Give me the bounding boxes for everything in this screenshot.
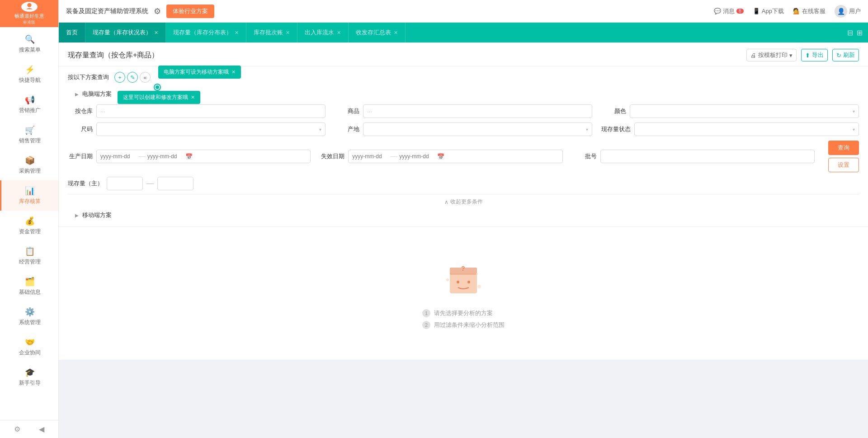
svg-rect-1 [450, 273, 477, 293]
scheme-tooltip-close[interactable]: ✕ [231, 69, 236, 75]
sidebar-nav: 🔍 搜索菜单 ⚡ 快捷导航 📢 营销推广 🛒 销售管理 📦 采购管理 📊 库存核… [0, 27, 58, 420]
online-service-btn[interactable]: 💁 在线客服 [793, 7, 826, 15]
expire-date-to[interactable] [399, 153, 435, 160]
svg-text:?: ? [461, 265, 465, 272]
empty-state: ? 1 请先选择要分析的方案 2 用过滤条件来缩小分析范围 [59, 228, 868, 360]
scheme-mobile-arrow: ▶ [75, 213, 79, 218]
edit-tooltip-close[interactable]: ✕ [191, 94, 195, 100]
sidebar-item-basic[interactable]: 🗂️ 基础信息 [0, 271, 58, 301]
message-label: 消息 [723, 7, 735, 15]
sidebar-item-finance[interactable]: 💰 资金管理 [0, 211, 58, 241]
app-badge: 标准版 [23, 19, 35, 25]
scheme-mobile[interactable]: ▶ 移动端方案 [75, 209, 859, 221]
edit-scheme-btn[interactable]: ✎ [127, 72, 138, 83]
produce-date-sep: — [138, 152, 146, 160]
tab-in-out-flow[interactable]: 出入库流水 ✕ [297, 23, 349, 42]
sidebar-item-search[interactable]: 🔍 搜索菜单 [0, 29, 58, 59]
app-name: 畅通道好生意 [14, 13, 44, 19]
page-header: 现存量查询（按仓库+商品） 🖨 按模板打印 ▾ ⬆ 导出 ↻ 刷新 [59, 42, 868, 66]
produce-date-calendar-icon[interactable]: 📅 [185, 153, 193, 160]
tab-inventory-dist-close[interactable]: ✕ [235, 30, 239, 36]
warehouse-select[interactable]: ··· [96, 104, 326, 118]
add-scheme-btn[interactable]: + [114, 72, 125, 83]
origin-select[interactable]: ▾ [363, 122, 592, 136]
collapse-btn[interactable]: ∧ 收起更多条件 [68, 194, 859, 209]
tab-collect-account-label: 收发存汇总表 [356, 28, 391, 37]
tab-home[interactable]: 首页 [59, 23, 85, 42]
sidebar-label-quick-nav: 快捷导航 [19, 76, 41, 84]
sidebar-item-enterprise[interactable]: 🤝 企业协同 [0, 332, 58, 362]
sidebar-item-sales[interactable]: 🛒 销售管理 [0, 120, 58, 150]
export-icon: ⬆ [805, 52, 810, 59]
size-select[interactable]: ▾ [96, 122, 326, 136]
sidebar-item-quick-nav[interactable]: ⚡ 快捷导航 [0, 59, 58, 89]
reset-button[interactable]: 设置 [828, 158, 859, 172]
size-arrow: ▾ [319, 127, 321, 132]
refresh-button[interactable]: ↻ 刷新 [832, 49, 859, 61]
produce-date-range[interactable]: — 📅 [96, 150, 311, 163]
tab-maximize-icon[interactable]: ⊞ [857, 28, 863, 37]
sidebar-collapse-btn[interactable]: ◀ [39, 425, 44, 433]
empty-illustration: ? [441, 255, 486, 300]
batch-input[interactable] [600, 150, 815, 163]
tab-collect-account-close[interactable]: ✕ [394, 30, 398, 36]
expire-date-calendar-icon[interactable]: 📅 [437, 153, 444, 160]
tab-batch-account[interactable]: 库存批次账 ✕ [246, 23, 297, 42]
sidebar-label-marketing: 营销推广 [19, 107, 41, 114]
trial-button[interactable]: 体验行业方案 [166, 5, 214, 18]
print-icon: 🖨 [750, 52, 756, 59]
filter-row-product: 商品 ··· [335, 104, 592, 118]
expire-date-from[interactable] [352, 153, 388, 160]
edit-tooltip-text: 这里可以创建和修改方案哦 [123, 94, 188, 101]
expire-date-range[interactable]: — 📅 [348, 150, 562, 163]
expire-date-sep: — [390, 152, 397, 160]
tab-minimize-icon[interactable]: ⊟ [847, 28, 853, 37]
sidebar-item-guide[interactable]: 🎓 新手引导 [0, 362, 58, 392]
produce-date-to[interactable] [147, 153, 184, 160]
sidebar-item-operations[interactable]: 📋 经营管理 [0, 241, 58, 271]
tab-inventory-status-close[interactable]: ✕ [154, 30, 158, 36]
color-select[interactable]: ▾ [630, 104, 859, 118]
product-select[interactable]: ··· [363, 104, 592, 118]
sidebar-label-search: 搜索菜单 [19, 46, 41, 54]
produce-date-label: 生产日期 [68, 152, 93, 160]
tab-inventory-status[interactable]: 现存量（库存状况表） ✕ [85, 23, 166, 42]
sidebar-label-system: 系统管理 [19, 319, 41, 326]
quick-nav-icon: ⚡ [25, 65, 35, 75]
scheme-desktop-arrow: ▶ [75, 92, 79, 97]
user-menu[interactable]: 👤 用户 [835, 5, 861, 18]
sidebar-item-purchase[interactable]: 📦 采购管理 [0, 150, 58, 180]
back-scheme-btn[interactable]: « [140, 72, 151, 83]
stock-main-input-from[interactable] [107, 177, 143, 190]
enterprise-icon: 🤝 [25, 337, 35, 347]
logo-icon [21, 2, 38, 12]
tab-inventory-dist[interactable]: 现存量（库存分布表） ✕ [166, 23, 246, 42]
sidebar-item-system[interactable]: ⚙️ 系统管理 [0, 301, 58, 332]
produce-date-from[interactable] [100, 153, 137, 160]
product-dots: ··· [367, 108, 372, 115]
sidebar: 畅通道好生意 标准版 🔍 搜索菜单 ⚡ 快捷导航 📢 营销推广 🛒 销售管理 📦… [0, 0, 59, 438]
tab-batch-account-close[interactable]: ✕ [286, 30, 290, 36]
message-btn[interactable]: 💬 消息 8 [714, 7, 744, 15]
tab-in-out-flow-close[interactable]: ✕ [337, 30, 341, 36]
tab-collect-account[interactable]: 收发存汇总表 ✕ [349, 23, 406, 42]
settings-icon[interactable]: ⚙ [154, 6, 161, 16]
sidebar-item-marketing[interactable]: 📢 营销推广 [0, 89, 58, 120]
sidebar-item-inventory[interactable]: 📊 库存核算 [0, 180, 58, 211]
collapse-label: 收起更多条件 [450, 198, 483, 206]
search-button[interactable]: 查询 [828, 141, 859, 155]
stock-main-input-to[interactable] [157, 177, 193, 190]
online-service-label: 在线客服 [802, 7, 826, 15]
stock-status-select[interactable]: ▾ [634, 122, 859, 136]
filter-row-batch: 批号 [572, 150, 815, 163]
filter-area: 按以下方案查询 + ✎ « 电脑方案可设为移动方案哦 ✕ .scheme-too… [59, 66, 868, 227]
step-1-text: 请先选择要分析的方案 [434, 309, 493, 317]
tab-bar-actions: ⊟ ⊞ [847, 28, 868, 37]
stock-status-arrow: ▾ [853, 127, 855, 132]
print-button[interactable]: 🖨 按模板打印 ▾ [746, 49, 797, 61]
export-button[interactable]: ⬆ 导出 [801, 49, 828, 61]
app-download-btn[interactable]: 📱 App下载 [753, 7, 784, 15]
sidebar-settings-btn[interactable]: ⚙ [14, 425, 20, 433]
filter-icons: + ✎ « [114, 72, 151, 83]
sales-icon: 🛒 [25, 125, 35, 135]
